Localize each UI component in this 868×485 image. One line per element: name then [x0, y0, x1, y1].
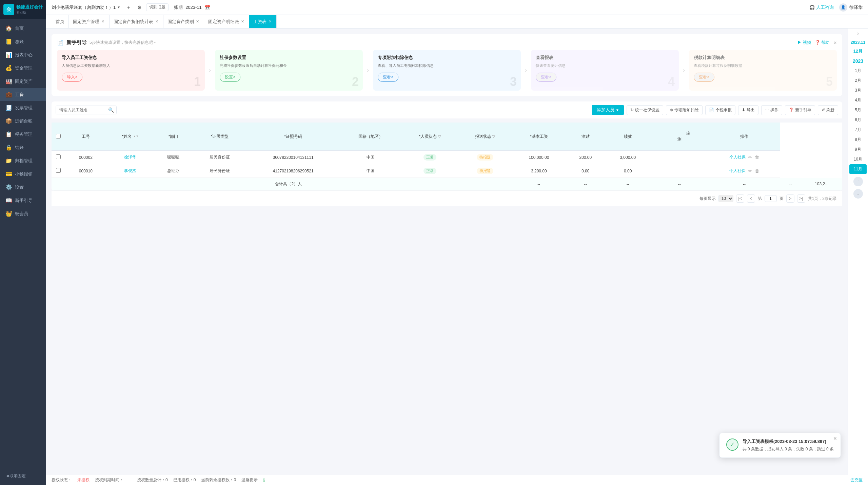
guide-icon: 📖	[5, 197, 12, 204]
close-guide-button[interactable]: ✕	[833, 40, 837, 45]
month-item-6[interactable]: 6月	[848, 115, 868, 125]
personal-insurance-link[interactable]: 个人社保	[729, 168, 746, 174]
special-deduction-button[interactable]: ⊕ 专项附加扣除	[666, 105, 703, 115]
sidebar-item-invoice[interactable]: 🧾 发票管理	[0, 101, 46, 114]
tab-asset-detail[interactable]: 固定资产明细账 ✕	[204, 15, 249, 29]
sidebar-item-close[interactable]: 🔒 结账	[0, 141, 46, 154]
tab-depreciation[interactable]: 固定资产折旧统计表 ✕	[110, 15, 163, 29]
sidebar-item-guide[interactable]: 📖 新手引导	[0, 194, 46, 207]
sidebar-item-expense[interactable]: 💳 小畅报销	[0, 167, 46, 181]
account-settings-button[interactable]: ⚙	[135, 3, 143, 12]
sidebar-item-payroll[interactable]: 💼 工资	[0, 88, 46, 101]
sidebar-nav: 🏠 首页 📒 总账 📊 报表中心 💰 资金管理 🏭 固定资产 💼 工资 🧾 发票…	[0, 19, 46, 467]
month-item-5[interactable]: 5月	[848, 105, 868, 115]
video-link[interactable]: ▶ 视频	[797, 40, 811, 45]
refresh-button[interactable]: ↺ 刷新	[818, 105, 838, 115]
month-item-8[interactable]: 8月	[848, 135, 868, 145]
first-page-button[interactable]: |<	[736, 194, 744, 203]
sidebar-item-report[interactable]: 📊 报表中心	[0, 48, 46, 61]
sidebar-item-archive[interactable]: 📁 归档管理	[0, 154, 46, 167]
step-2-button[interactable]: 设置>	[220, 73, 240, 82]
consult-button[interactable]: 🎧 人工咨询	[809, 4, 834, 11]
close-tab-icon[interactable]: ✕	[155, 19, 159, 24]
sidebar-item-tax[interactable]: 📋 税务管理	[0, 128, 46, 141]
tab-home[interactable]: 首页	[52, 15, 69, 29]
delete-icon[interactable]: 🗑	[755, 168, 759, 173]
topbar-actions: + ⚙	[124, 3, 143, 12]
tab-fixed-assets[interactable]: 固定资产管理 ✕	[69, 15, 110, 29]
sidebar-item-funds[interactable]: 💰 资金管理	[0, 61, 46, 75]
search-button[interactable]: 🔍	[108, 107, 114, 113]
page-size-select[interactable]: 10 20 50	[718, 195, 733, 202]
add-account-button[interactable]: +	[124, 3, 133, 12]
sidebar-item-ledger[interactable]: 📒 总账	[0, 35, 46, 48]
add-person-button[interactable]: 添加人员 ▼	[592, 105, 624, 115]
th-name[interactable]: *姓名 ▲▼	[106, 123, 154, 151]
tab-payroll[interactable]: 工资表 ✕	[249, 15, 277, 29]
close-tab-icon[interactable]: ✕	[101, 19, 105, 24]
close-tab-icon[interactable]: ✕	[268, 19, 272, 24]
next-page-button[interactable]: >	[786, 194, 794, 203]
calendar-icon[interactable]: 📅	[204, 5, 210, 10]
app-edition: 专业版	[16, 10, 43, 15]
month-item-4[interactable]: 4月	[848, 95, 868, 105]
select-all-checkbox[interactable]	[56, 134, 61, 138]
edit-icon[interactable]: ✏	[748, 168, 752, 173]
right-panel-icon-up[interactable]: ↑	[853, 177, 863, 186]
sidebar-item-member[interactable]: 👑 畅会员	[0, 207, 46, 220]
month-item-prev[interactable]: 12月	[848, 46, 868, 56]
month-item-2[interactable]: 2月	[848, 76, 868, 86]
export-button[interactable]: ⬇ 导出	[738, 105, 758, 115]
right-panel-icon-down[interactable]: ↓	[853, 189, 863, 199]
close-tab-icon[interactable]: ✕	[195, 19, 200, 24]
th-status[interactable]: *人员状态 ▽	[401, 123, 458, 151]
close-tab-icon[interactable]: ✕	[240, 19, 245, 24]
charge-link[interactable]: 去充值	[850, 477, 863, 483]
employee-name-link[interactable]: 徐泽华	[124, 155, 136, 160]
search-input[interactable]	[56, 106, 117, 114]
cell-id-number: 412702198206290521	[247, 164, 340, 178]
operations-button[interactable]: ⋯ 操作	[761, 105, 782, 115]
month-item-9[interactable]: 9月	[848, 145, 868, 154]
sidebar-item-home[interactable]: 🏠 首页	[0, 22, 46, 35]
old-version-button[interactable]: 切到旧版	[146, 3, 169, 11]
cell-status: 正常	[401, 151, 458, 164]
sidebar-item-assets[interactable]: 🏭 固定资产	[0, 75, 46, 88]
user-info[interactable]: 👤 徐泽华	[839, 3, 863, 12]
row-checkbox[interactable]	[56, 154, 61, 159]
tax-report-button[interactable]: 📄 个税申报	[705, 105, 735, 115]
step-4-button[interactable]: 查看>	[536, 73, 556, 82]
step-1-button[interactable]: 导入>	[62, 73, 82, 82]
more-icon: ⋯	[765, 108, 769, 112]
toast-close-button[interactable]: ✕	[833, 436, 837, 441]
social-insurance-button[interactable]: ↻ 统一社保设置	[627, 105, 663, 115]
month-item-10[interactable]: 10月	[848, 154, 868, 164]
month-item-7[interactable]: 7月	[848, 125, 868, 135]
report-status-badge: 待报送	[477, 154, 493, 161]
employee-name-link[interactable]: 李俊杰	[124, 168, 136, 173]
personal-insurance-link[interactable]: 个人社保	[729, 154, 746, 160]
sidebar-item-settings[interactable]: ⚙️ 设置	[0, 181, 46, 194]
collapse-panel-button[interactable]: ›	[855, 29, 861, 39]
month-item-11[interactable]: 11月	[849, 164, 867, 174]
account-selector[interactable]: 刘小艳演示账套（勿删勿动！）1 ▼	[52, 4, 120, 11]
th-report-status[interactable]: 报送状态 ▽	[458, 123, 512, 151]
cancel-fixed-button[interactable]: ◄取消固定	[0, 470, 46, 482]
sidebar: 会 畅捷通好会计 专业版 🏠 首页 📒 总账 📊 报表中心 💰 资金管理 🏭 固…	[0, 0, 46, 485]
footer-placeholder: --	[780, 178, 801, 191]
sidebar-item-inventory[interactable]: 📦 进销台账	[0, 114, 46, 128]
step-3-button[interactable]: 查看>	[378, 73, 398, 82]
page-input[interactable]	[765, 195, 777, 202]
edit-icon[interactable]: ✏	[748, 155, 752, 160]
step-desc: 快速查看统计信息	[536, 63, 674, 69]
last-page-button[interactable]: >|	[797, 194, 805, 203]
prev-page-button[interactable]: <	[747, 194, 755, 203]
tab-asset-category[interactable]: 固定资产类别 ✕	[163, 15, 204, 29]
help-link[interactable]: ❓ 帮助	[815, 40, 829, 45]
month-item-3[interactable]: 3月	[848, 86, 868, 95]
step-5-button[interactable]: 查看>	[694, 73, 714, 82]
row-checkbox[interactable]	[56, 168, 61, 173]
month-item-1[interactable]: 1月	[848, 66, 868, 76]
guide-button[interactable]: ❓ 新手引导	[785, 105, 815, 115]
delete-icon[interactable]: 🗑	[755, 155, 759, 160]
